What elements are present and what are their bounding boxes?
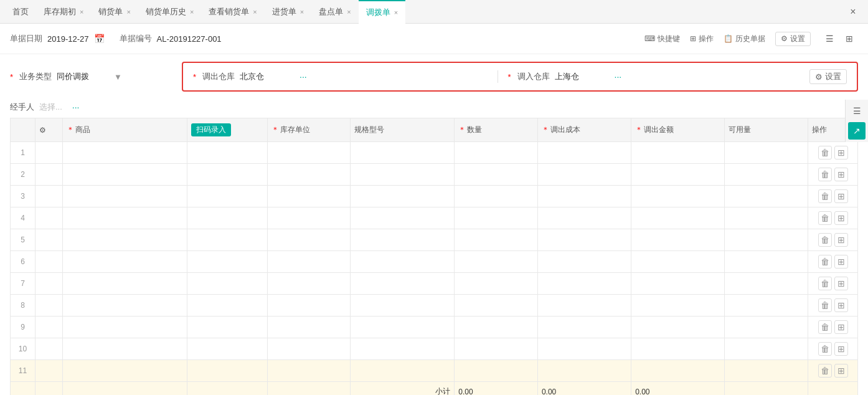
row-product-11[interactable] <box>63 360 187 382</box>
tab-close-inventory-init[interactable]: × <box>80 8 83 16</box>
copy-btn-8[interactable]: ⊞ <box>834 298 848 312</box>
copy-btn-9[interactable]: ⊞ <box>834 320 848 334</box>
warehouse-in-more[interactable]: ··· <box>615 72 622 82</box>
row-cost-4 <box>537 207 631 229</box>
table-row: 11 🗑 ⊞ <box>11 360 858 382</box>
operate-icon: ⊞ <box>690 34 696 43</box>
row-product-2[interactable] <box>63 164 187 186</box>
delete-btn-4[interactable]: 🗑 <box>818 211 832 225</box>
subtotal-empty-7 <box>808 382 858 396</box>
row-product-10[interactable] <box>63 338 187 360</box>
copy-btn-10[interactable]: ⊞ <box>834 342 848 356</box>
copy-btn-11[interactable]: ⊞ <box>834 364 848 378</box>
copy-btn-1[interactable]: ⊞ <box>834 146 848 159</box>
delete-btn-6[interactable]: 🗑 <box>818 255 832 269</box>
delete-btn-9[interactable]: 🗑 <box>818 320 832 334</box>
shortcut-icon: ⌨ <box>644 34 655 43</box>
grid-view-icon[interactable]: ⊞ <box>841 30 858 47</box>
list-view-icon[interactable]: ☰ <box>821 30 838 47</box>
business-type-dropdown[interactable]: ▼ <box>114 72 122 82</box>
operate-action[interactable]: ⊞ 操作 <box>690 34 714 44</box>
tab-view-sales[interactable]: 查看销货单 × <box>201 0 264 24</box>
row-scan-3 <box>187 186 268 207</box>
row-qty-8 <box>455 295 538 316</box>
row-product-4[interactable] <box>63 207 187 229</box>
row-product-5[interactable] <box>63 229 187 251</box>
col-header-scan: 扫码录入 <box>187 118 268 142</box>
handler-more[interactable]: ··· <box>72 102 80 112</box>
warehouse-out-value[interactable]: 北京仓 <box>240 71 290 82</box>
delete-btn-10[interactable]: 🗑 <box>818 342 832 356</box>
copy-btn-2[interactable]: ⊞ <box>834 168 848 181</box>
row-available-7 <box>725 273 808 295</box>
warehouse-settings-button[interactable]: ⚙ 设置 <box>809 69 847 84</box>
row-op-4: 🗑 ⊞ <box>808 207 858 229</box>
delete-btn-2[interactable]: 🗑 <box>818 168 832 181</box>
form-content: * 业务类型 同价调拨 ▼ * 调出仓库 北京仓 ··· * 调入仓库 上海仓 … <box>0 54 868 395</box>
business-type-value[interactable]: 同价调拨 <box>57 71 106 82</box>
copy-btn-7[interactable]: ⊞ <box>834 277 848 290</box>
delete-btn-1[interactable]: 🗑 <box>818 146 832 159</box>
copy-btn-5[interactable]: ⊞ <box>834 233 848 247</box>
delete-btn-7[interactable]: 🗑 <box>818 277 832 290</box>
col-header-gear[interactable]: ⚙ <box>35 118 63 142</box>
row-product-9[interactable] <box>63 316 187 338</box>
copy-btn-3[interactable]: ⊞ <box>834 189 848 203</box>
row-available-10 <box>725 338 808 360</box>
tab-home[interactable]: 首页 <box>5 0 36 24</box>
tab-close-inventory[interactable]: × <box>347 8 351 16</box>
table-row: 5 🗑 ⊞ <box>11 229 858 251</box>
row-spec-5 <box>351 229 455 251</box>
settings-button[interactable]: ⚙ 设置 <box>775 32 811 46</box>
table-header-row: ⚙ ＊＊商品商品 扫码录入 ＊库存单位 规格型号 ＊数量 ＊调 <box>11 118 858 142</box>
history-action[interactable]: 📋 历史单据 <box>724 34 765 44</box>
row-product-1[interactable] <box>63 142 187 164</box>
subtotal-qty: 0.00 <box>455 382 538 396</box>
tab-close-sales-order[interactable]: × <box>126 8 130 16</box>
delete-btn-8[interactable]: 🗑 <box>818 298 832 312</box>
tab-close-view-sales[interactable]: × <box>253 8 257 16</box>
delete-btn-3[interactable]: 🗑 <box>818 189 832 203</box>
row-amount-3 <box>631 186 725 207</box>
delete-btn-11[interactable]: 🗑 <box>818 364 832 378</box>
warehouse-out-more[interactable]: ··· <box>300 72 307 82</box>
handler-row: 经手人 选择... ··· <box>10 99 858 118</box>
handler-input[interactable]: 选择... <box>39 102 62 113</box>
shortcut-action[interactable]: ⌨ 快捷键 <box>644 34 680 44</box>
tab-inventory[interactable]: 盘点单 × <box>311 0 358 24</box>
tab-bar-close-button[interactable]: × <box>843 2 863 22</box>
row-qty-2 <box>455 164 538 186</box>
warehouse-in-label: 调入仓库 <box>517 71 550 82</box>
tab-sales-order[interactable]: 销货单 × <box>91 0 138 24</box>
row-unit-11 <box>267 360 351 382</box>
copy-btn-6[interactable]: ⊞ <box>834 255 848 269</box>
scan-button[interactable]: 扫码录入 <box>191 123 231 136</box>
row-product-6[interactable] <box>63 251 187 273</box>
table-row: 4 🗑 ⊞ <box>11 207 858 229</box>
row-op-8: 🗑 ⊞ <box>808 295 858 316</box>
row-available-9 <box>725 316 808 338</box>
tab-sales-history[interactable]: 销货单历史 × <box>138 0 201 24</box>
panel-export-icon[interactable]: ↗ <box>848 122 866 140</box>
tab-purchase[interactable]: 进货单 × <box>265 0 311 24</box>
tab-close-transfer[interactable]: × <box>394 9 398 16</box>
panel-list-icon[interactable]: ☰ <box>848 102 866 120</box>
col-header-product: ＊＊商品商品 <box>63 118 187 142</box>
calendar-icon[interactable]: 📅 <box>94 34 105 44</box>
tab-transfer[interactable]: 调拨单 × <box>359 0 405 24</box>
copy-btn-4[interactable]: ⊞ <box>834 211 848 225</box>
tab-inventory-init[interactable]: 库存期初 × <box>36 0 91 24</box>
warehouse-out-section: * 调出仓库 北京仓 ··· <box>193 71 488 82</box>
date-value[interactable]: 2019-12-27 <box>47 34 89 44</box>
warehouse-in-value[interactable]: 上海仓 <box>555 71 605 82</box>
row-product-3[interactable] <box>63 186 187 207</box>
row-qty-5 <box>455 229 538 251</box>
row-cost-5 <box>537 229 631 251</box>
col-header-unit: ＊库存单位 <box>267 118 351 142</box>
row-scan-8 <box>187 295 268 316</box>
tab-close-purchase[interactable]: × <box>300 8 304 16</box>
tab-close-sales-history[interactable]: × <box>190 8 194 16</box>
row-product-7[interactable] <box>63 273 187 295</box>
delete-btn-5[interactable]: 🗑 <box>818 233 832 247</box>
row-product-8[interactable] <box>63 295 187 316</box>
